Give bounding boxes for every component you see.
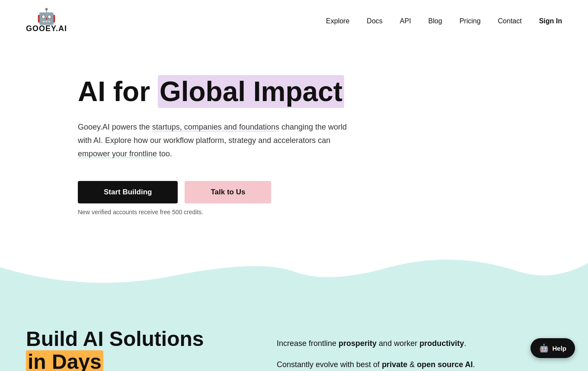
wave-divider <box>0 241 588 293</box>
lower-title-part2: in Days <box>26 350 103 371</box>
hero-section: AI for Global Impact Gooey.AI powers the… <box>0 42 588 267</box>
lower-section: Build AI Solutions in Days Increase fron… <box>0 293 588 371</box>
hero-description: Gooey.AI powers the startups, companies … <box>78 120 359 160</box>
hero-desc-highlighted2: empower your frontline <box>78 149 157 158</box>
lower-desc-2-bold2: open source AI <box>417 360 473 369</box>
main-nav: Explore Docs API Blog Pricing Contact Si… <box>326 17 562 25</box>
help-robot-icon: 🤖 <box>539 343 549 353</box>
nav-signin[interactable]: Sign In <box>539 17 562 25</box>
nav-api[interactable]: API <box>400 17 411 25</box>
help-button[interactable]: 🤖 Help <box>530 338 575 358</box>
lower-desc-2-end: . <box>473 360 475 369</box>
lower-title: Build AI Solutions in Days <box>26 328 242 371</box>
nav-blog[interactable]: Blog <box>428 17 442 25</box>
lower-desc-1-end: . <box>464 339 466 348</box>
lower-desc-1-plain2: and worker <box>377 339 419 348</box>
nav-explore[interactable]: Explore <box>326 17 349 25</box>
lower-desc-2-plain1: Constantly evolve with best of <box>277 360 382 369</box>
hero-desc-part1: Gooey.AI powers the <box>78 123 152 131</box>
lower-desc-1-bold1: prosperity <box>339 339 377 348</box>
logo-text: GOOEY.AI <box>26 24 67 33</box>
hero-title-plain: AI for <box>78 76 158 107</box>
lower-right: Increase frontline prosperity and worker… <box>277 328 536 371</box>
nav-contact[interactable]: Contact <box>498 17 522 25</box>
help-label: Help <box>552 345 566 352</box>
lower-title-part1: Build AI Solutions <box>26 327 204 350</box>
hero-desc-part3: too. <box>157 149 172 158</box>
start-building-button[interactable]: Start Building <box>78 181 178 203</box>
hero-title-highlighted: Global Impact <box>158 75 344 108</box>
teal-section: Build AI Solutions in Days Increase fron… <box>0 241 588 371</box>
logo[interactable]: 🤖 GOOEY.AI <box>26 9 67 33</box>
lower-desc-2-plain2: & <box>407 360 417 369</box>
lower-desc-2-bold1: private <box>382 360 407 369</box>
lower-desc-line2: Constantly evolve with best of private &… <box>277 358 536 371</box>
hero-note: New verified accounts receive free 500 c… <box>78 209 562 216</box>
header: 🤖 GOOEY.AI Explore Docs API Blog Pricing… <box>0 0 588 42</box>
nav-docs[interactable]: Docs <box>367 17 382 25</box>
hero-buttons: Start Building Talk to Us <box>78 181 562 203</box>
lower-left: Build AI Solutions in Days <box>26 328 242 371</box>
talk-to-us-button[interactable]: Talk to Us <box>185 181 271 203</box>
logo-robot-icon: 🤖 <box>37 9 56 24</box>
hero-desc-highlighted1: startups, companies and foundations <box>152 123 279 131</box>
hero-title: AI for Global Impact <box>78 76 380 107</box>
lower-desc-1-plain1: Increase frontline <box>277 339 339 348</box>
lower-desc-1-bold2: productivity <box>419 339 464 348</box>
nav-pricing[interactable]: Pricing <box>460 17 481 25</box>
lower-desc-line1: Increase frontline prosperity and worker… <box>277 336 536 350</box>
